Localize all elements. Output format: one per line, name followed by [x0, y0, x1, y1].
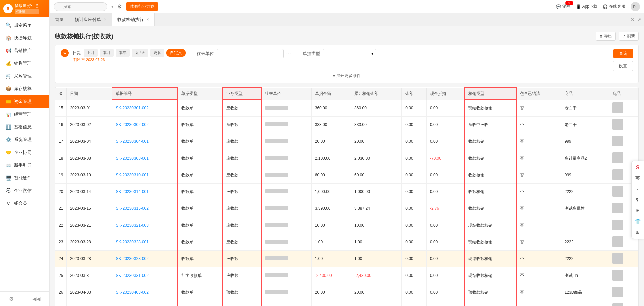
sn-link[interactable]: SK-20230331-002 [116, 273, 148, 278]
date-more-btn[interactable]: 更多 [150, 49, 164, 57]
sidebar-settings-btn[interactable]: ⚙ [6, 294, 16, 303]
date-this-year-btn[interactable]: 本年 [116, 49, 130, 57]
tab-collection[interactable]: 收款核销执行 ✕ [112, 13, 155, 26]
sn-link[interactable]: SK-20230328-002 [116, 256, 148, 261]
sn-link[interactable]: SK-20230302-002 [116, 122, 148, 127]
table-row[interactable]: 16 2023-03-02 SK-20230302-002 收款单 预收款 33… [55, 116, 638, 133]
sidebar-item-purchase[interactable]: 🛒采购管理 [0, 70, 49, 82]
cell-biz-type: 应收款 [223, 200, 261, 217]
search-input[interactable] [54, 2, 107, 11]
sidebar-item-member[interactable]: V畅会员 [0, 197, 49, 210]
table-row[interactable]: 18 2023-03-08 SK-20230308-001 收款单 应收款 2,… [55, 150, 638, 167]
sidebar-item-shortcut[interactable]: 🏠快捷导航 [0, 32, 49, 44]
sidebar-label-purchase: 采购管理 [14, 73, 32, 79]
cell-biz-type: 应收款 [223, 267, 261, 284]
sidebar-item-inventory[interactable]: 📦库存核算 [0, 82, 49, 95]
float-icon2[interactable]: · [633, 184, 642, 194]
cell-partner [261, 167, 312, 183]
cell-date: 2023-03-31 [67, 267, 112, 284]
float-shirt-icon[interactable]: 👕 [633, 217, 642, 226]
export-btn[interactable]: ⬆ 导出 [596, 32, 616, 41]
table-container: ⚙ 日期 单据编号 单据类型 业务类型 往来单位 单据金额 累计核销金额 余额 … [55, 87, 639, 306]
tab-close-all-btn[interactable]: ✕ [631, 17, 635, 22]
sn-link[interactable]: SK-20230310-001 [116, 173, 148, 177]
logo-tag: 标推版 [15, 9, 39, 14]
query-btn[interactable]: 查询 [613, 49, 633, 58]
cell-discount: 0.00 [426, 250, 465, 267]
partner-input[interactable] [217, 49, 284, 58]
logo-company: 畅康道好生意 [15, 3, 39, 9]
cell-date: 2023-03-04 [67, 133, 112, 150]
sidebar-label-guide: 新手引导 [14, 162, 32, 168]
cell-goods2 [609, 133, 638, 150]
cell-partner [261, 100, 312, 116]
table-row[interactable]: 24 2023-03-28 SK-20230328-002 收款单 应收款 1.… [55, 250, 638, 267]
online-service-btn[interactable]: 🎧 在线客服 [603, 4, 625, 9]
col-partner: 往来单位 [261, 88, 312, 100]
table-row[interactable]: 23 2023-03-28 SK-20230328-001 收款单 应收款 1.… [55, 234, 638, 250]
sidebar-item-marketing[interactable]: 📢营销推广 [0, 44, 49, 57]
main-content: 🔍 ▾ ⚙ 体验行业方案 💬 消息 99+ 📱 App下载 🎧 在线客服 Rit [50, 0, 644, 306]
sidebar-item-guide[interactable]: 📖新手引导 [0, 159, 49, 172]
date-7days-btn[interactable]: 近7天 [132, 49, 148, 57]
sn-link[interactable]: SK-20230328-001 [116, 240, 148, 244]
sidebar-label-wechat: 企业微信 [14, 188, 32, 194]
tab-collection-close[interactable]: ✕ [146, 18, 149, 21]
sidebar-item-search[interactable]: 🔍搜索菜单 [0, 19, 49, 32]
table-row[interactable]: 26 2023-04-03 SK-20230403-002 收款单 预收款 20… [55, 284, 638, 301]
industry-btn[interactable]: 体验行业方案 [126, 2, 158, 11]
sidebar-item-coop[interactable]: 🤝企业协同 [0, 146, 49, 159]
cell-partner [261, 284, 312, 301]
user-avatar[interactable]: Rit [631, 2, 640, 11]
date-this-month-btn[interactable]: 本月 [100, 49, 114, 57]
table-row[interactable]: 15 2023-03-01 SK-20230301-002 收款单 应收款 36… [55, 100, 638, 116]
sn-link[interactable]: SK-20230403-002 [116, 290, 148, 295]
table-row[interactable]: 17 2023-03-04 SK-20230304-001 收款单 应收款 20… [55, 133, 638, 150]
cell-num: 23 [55, 234, 67, 250]
refresh-btn[interactable]: ↺ 刷新 [619, 32, 639, 41]
sidebar-collapse-btn[interactable]: ◀◀ [30, 294, 43, 303]
tab-expand-btn[interactable]: ⤢ [637, 17, 641, 22]
sidebar-item-finance[interactable]: 💳资金管理 [0, 95, 49, 108]
tab-payable[interactable]: 预计应应付单 ✕ [69, 13, 112, 26]
expand-conditions-btn[interactable]: ▾ 展开更多条件 [333, 73, 361, 79]
table-row[interactable]: 25 2023-03-31 SK-20230331-002 红字收款单 应收款 … [55, 267, 638, 284]
filter-toggle-btn[interactable]: » [61, 49, 69, 57]
col-settings[interactable]: ⚙ [55, 88, 67, 100]
table-row[interactable]: 27 2023-04-08 SK-20230408-001 收款单 应收款 10… [55, 301, 638, 306]
sn-link[interactable]: SK-20230308-001 [116, 156, 148, 161]
date-custom-btn[interactable]: 自定义 [166, 49, 186, 57]
sidebar-item-hardware[interactable]: 🖥️智能硬件 [0, 172, 49, 184]
app-download-btn[interactable]: 📱 App下载 [576, 4, 597, 9]
sn-link[interactable]: SK-20230304-001 [116, 139, 148, 144]
sidebar-item-system[interactable]: ⚙️系统管理 [0, 133, 49, 146]
sidebar-item-sales[interactable]: 💰销售管理 [0, 57, 49, 70]
table-row[interactable]: 20 2023-03-14 SK-20230314-001 收款单 应收款 1,… [55, 183, 638, 200]
sidebar-item-operations[interactable]: 📊经营管理 [0, 108, 49, 121]
float-grid-icon[interactable]: ⊞ [633, 206, 642, 215]
topbar-settings-icon[interactable]: ⚙ [117, 3, 122, 10]
tab-home[interactable]: 首页 [50, 13, 69, 26]
float-logo-btn[interactable]: S [633, 163, 642, 172]
date-last-month-btn[interactable]: 上月 [84, 49, 98, 57]
cell-sn: SK-20230314-001 [112, 183, 177, 200]
table-row[interactable]: 22 2023-03-21 SK-20230321-003 收款单 应收款 10… [55, 217, 638, 234]
dropdown-arrow-icon[interactable]: ▾ [111, 4, 113, 9]
sn-link[interactable]: SK-20230315-002 [116, 206, 148, 211]
float-mic-icon[interactable]: 🎙 [633, 195, 642, 204]
sn-link[interactable]: SK-20230301-002 [116, 106, 148, 110]
sidebar-item-wechat[interactable]: 💬企业微信 [0, 184, 49, 197]
tab-payable-close[interactable]: ✕ [104, 18, 106, 21]
sn-link[interactable]: SK-20230321-003 [116, 223, 148, 228]
float-plus-icon[interactable]: ⊞ [633, 227, 642, 237]
cell-goods: 2222 [561, 183, 609, 200]
expand-icon: ▾ [333, 74, 335, 78]
table-row[interactable]: 21 2023-03-15 SK-20230315-002 收款单 应收款 3,… [55, 200, 638, 217]
table-row[interactable]: 19 2023-03-10 SK-20230310-001 收款单 应收款 60… [55, 167, 638, 183]
settings-btn[interactable]: 设置 [613, 61, 633, 71]
sidebar-item-basic[interactable]: ℹ️基础信息 [0, 121, 49, 133]
float-icon1[interactable]: 英 [633, 174, 642, 183]
message-btn[interactable]: 💬 消息 99+ [556, 4, 571, 9]
bill-type-select[interactable]: ▾ [323, 49, 376, 58]
sn-link[interactable]: SK-20230314-001 [116, 189, 148, 194]
